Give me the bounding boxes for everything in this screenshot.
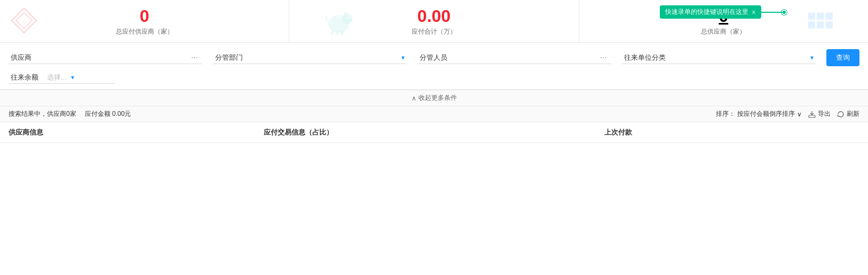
balance-dropdown-icon[interactable]: ▾ bbox=[71, 74, 74, 81]
refresh-label: 刷新 bbox=[847, 109, 859, 119]
unit-class-dropdown-icon[interactable]: ▾ bbox=[810, 54, 814, 61]
manager-field: 分管人员 ··· bbox=[417, 52, 611, 64]
svg-point-6 bbox=[348, 18, 352, 21]
filter-row-2: 往来余额 选择... ▾ bbox=[9, 72, 859, 89]
result-summary: 搜索结果中，供应商0家 应付金额 0.00元 bbox=[9, 109, 131, 119]
manager-input[interactable] bbox=[452, 53, 598, 61]
table-header: 供应商信息 应付交易信息（占比） 上次付款 bbox=[0, 122, 868, 143]
query-button[interactable]: 查询 bbox=[826, 49, 859, 66]
svg-rect-13 bbox=[817, 12, 824, 20]
department-dropdown-icon[interactable]: ▾ bbox=[401, 54, 405, 61]
svg-rect-11 bbox=[336, 16, 342, 18]
sort-button[interactable]: 排序： 按应付会额倒序排序 ∨ bbox=[716, 109, 802, 119]
department-field: 分管部门 ▾ bbox=[213, 52, 407, 64]
tooltip-dot bbox=[782, 10, 787, 15]
svg-rect-9 bbox=[336, 31, 339, 35]
sort-label: 排序： bbox=[716, 109, 735, 119]
balance-placeholder: 选择... bbox=[47, 73, 67, 82]
filter-row-1: 供应商 ··· 分管部门 ▾ 分管人员 ··· 往来单位分类 ▾ 查询 bbox=[9, 49, 859, 66]
export-icon bbox=[808, 111, 816, 118]
tooltip-text: 快速录单的快捷键说明在这里 bbox=[665, 7, 748, 17]
svg-rect-15 bbox=[808, 21, 815, 29]
svg-rect-8 bbox=[332, 31, 334, 35]
svg-rect-16 bbox=[817, 21, 824, 29]
department-label: 分管部门 bbox=[215, 53, 243, 62]
result-bar: 搜索结果中，供应商0家 应付金额 0.00元 排序： 按应付会额倒序排序 ∨ 导… bbox=[0, 106, 868, 122]
stat-label-payable: 总应付供应商（家） bbox=[116, 27, 173, 36]
supplier-field: 供应商 ··· bbox=[9, 52, 202, 64]
svg-rect-17 bbox=[825, 21, 833, 29]
sort-dropdown-icon: ∨ bbox=[797, 111, 802, 118]
collapse-label: 收起更多条件 bbox=[419, 93, 457, 103]
tooltip-bar: 快速录单的快捷键说明在这里 × bbox=[660, 5, 761, 19]
svg-rect-12 bbox=[808, 12, 815, 20]
stat-total-suppliers: 快速录单的快捷键说明在这里 × 0 总供应商（家） bbox=[579, 0, 868, 42]
sort-option: 按应付会额倒序排序 bbox=[737, 109, 795, 119]
tooltip-close-btn[interactable]: × bbox=[752, 8, 756, 17]
balance-field: 往来余额 选择... ▾ bbox=[9, 72, 115, 84]
svg-point-5 bbox=[344, 12, 348, 17]
unit-class-field: 往来单位分类 ▾ bbox=[622, 52, 816, 64]
stat-number-total: 0.00 bbox=[417, 6, 451, 26]
svg-text:◇: ◇ bbox=[22, 17, 27, 24]
supplier-label: 供应商 bbox=[11, 53, 31, 62]
stat-total-payable-suppliers: ◇ 0 总应付供应商（家） bbox=[0, 0, 289, 42]
diamond-icon: ◇ bbox=[11, 7, 37, 35]
manager-dots[interactable]: ··· bbox=[598, 53, 609, 62]
stat-payable-total: 0.00 应付合计（万） bbox=[289, 0, 579, 42]
svg-point-7 bbox=[348, 17, 350, 19]
collapse-bar: ∧ 收起更多条件 bbox=[0, 90, 868, 106]
supplier-input[interactable] bbox=[36, 53, 189, 61]
department-input[interactable] bbox=[247, 53, 401, 61]
export-button[interactable]: 导出 bbox=[808, 109, 831, 119]
collapse-icon: ∧ bbox=[412, 95, 416, 102]
unit-class-input[interactable] bbox=[670, 53, 810, 61]
col-header-payment: 上次付款 bbox=[604, 128, 859, 137]
svg-rect-10 bbox=[341, 31, 344, 35]
manager-label: 分管人员 bbox=[420, 53, 447, 62]
unit-class-label: 往来单位分类 bbox=[624, 53, 666, 62]
supplier-dots[interactable]: ··· bbox=[189, 53, 200, 62]
filter-bar: 供应商 ··· 分管部门 ▾ 分管人员 ··· 往来单位分类 ▾ 查询 往来余额 bbox=[0, 43, 868, 90]
svg-rect-18 bbox=[809, 115, 815, 117]
piggy-icon bbox=[321, 3, 356, 40]
refresh-icon bbox=[837, 111, 845, 118]
balance-label: 往来余额 bbox=[11, 73, 38, 82]
result-actions: 排序： 按应付会额倒序排序 ∨ 导出 刷新 bbox=[716, 109, 859, 119]
col-header-supplier: 供应商信息 bbox=[9, 128, 264, 137]
result-supplier-count: 搜索结果中，供应商0家 bbox=[9, 109, 76, 119]
export-label: 导出 bbox=[818, 109, 831, 119]
building-icon bbox=[804, 4, 836, 38]
stat-label-total: 应付合计（万） bbox=[412, 27, 456, 36]
svg-rect-14 bbox=[825, 12, 833, 20]
result-amount: 应付金额 0.00元 bbox=[85, 109, 131, 119]
table-body bbox=[0, 143, 868, 275]
refresh-button[interactable]: 刷新 bbox=[837, 109, 859, 119]
stat-label-suppliers: 总供应商（家） bbox=[701, 27, 746, 36]
stats-bar: ◇ 0 总应付供应商（家） bbox=[0, 0, 868, 43]
col-header-transaction: 应付交易信息（占比） bbox=[264, 128, 604, 137]
collapse-button[interactable]: ∧ 收起更多条件 bbox=[412, 93, 457, 103]
stat-number-payable: 0 bbox=[140, 6, 149, 26]
